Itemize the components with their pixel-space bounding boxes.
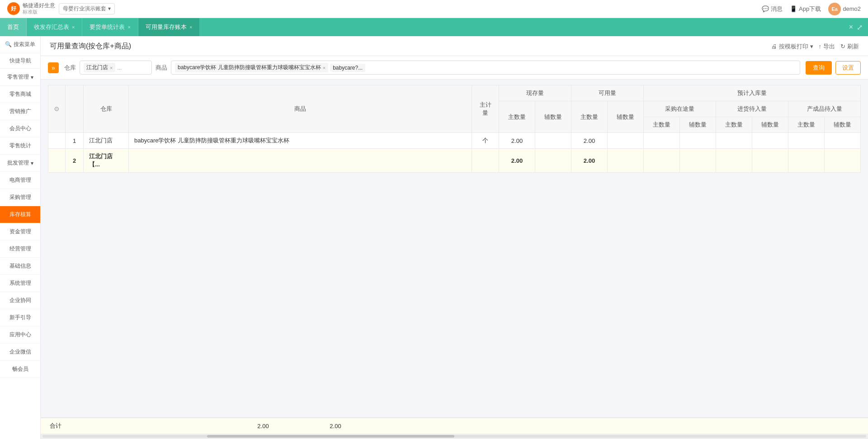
filter-bar: » 仓库 江北门店 × ... 商品 babycare学饮杯 儿童防摔防撞吸管杯… xyxy=(41,56,868,80)
th-no xyxy=(66,85,84,133)
sidebar-item-finance[interactable]: 资金管理 xyxy=(0,223,40,241)
row2-available-main: 2.00 xyxy=(571,149,608,173)
warehouse-ellipsis: ... xyxy=(117,65,122,71)
tab-receipt-summary[interactable]: 收发存汇总表 × xyxy=(27,18,82,36)
app-download-btn[interactable]: 📱 App下载 xyxy=(790,5,821,13)
th-available-main: 主数量 xyxy=(571,101,608,133)
data-table: ⚙ 仓库 商品 主计量 现存量 可用量 预计入库量 主数量 辅数量 主数量 xyxy=(48,85,861,173)
logo-sub: 标准版 xyxy=(23,9,55,15)
sidebar-item-app-center[interactable]: 应用中心 xyxy=(0,326,40,344)
tab-receipt-summary-label: 收发存汇总表 xyxy=(34,23,69,31)
settings-btn[interactable]: 设置 xyxy=(835,61,861,75)
tab-order-stats-close[interactable]: × xyxy=(127,24,130,30)
row1-warehouse: 江北门店 xyxy=(84,133,129,149)
sidebar-system-label: 系统管理 xyxy=(9,279,31,287)
tab-receipt-summary-close[interactable]: × xyxy=(72,24,75,30)
sidebar-basic-label: 基础信息 xyxy=(9,262,31,270)
message-btn[interactable]: 💬 消息 xyxy=(762,5,783,13)
sidebar-item-ecommerce[interactable]: 电商管理 xyxy=(0,172,40,189)
scroll-bar-track xyxy=(42,435,866,438)
sidebar-item-retail-mgmt[interactable]: 零售管理 ▾ xyxy=(0,69,40,86)
dropdown-icon: ▾ xyxy=(108,5,111,12)
refresh-btn[interactable]: ↻ 刷新 xyxy=(840,42,859,51)
close-tab-btn[interactable]: × xyxy=(849,23,853,31)
product-tag1-close[interactable]: × xyxy=(323,65,326,71)
sidebar-enterprise-coop-label: 企业协同 xyxy=(9,297,31,304)
sidebar-item-retail-stats[interactable]: 零售统计 xyxy=(0,137,40,155)
sidebar-item-system[interactable]: 系统管理 xyxy=(0,275,40,292)
sidebar-item-operation[interactable]: 经营管理 xyxy=(0,241,40,258)
warehouse-tag: 江北门店 × xyxy=(84,63,115,72)
sidebar-item-marketing[interactable]: 营销推广 xyxy=(0,103,40,120)
th-stock-group: 现存量 xyxy=(499,85,571,101)
logo-text-area: 畅捷通好生意 标准版 xyxy=(23,2,55,15)
sidebar-search-label: 搜索菜单 xyxy=(14,41,35,47)
row1-available-main: 2.00 xyxy=(571,133,608,149)
export-btn[interactable]: ↑ 导出 xyxy=(819,42,835,51)
avatar: Ea xyxy=(828,3,841,15)
warehouse-tag-close[interactable]: × xyxy=(110,65,113,71)
scroll-bar-area[interactable] xyxy=(41,434,868,439)
sidebar-item-retail-mall[interactable]: 零售商城 xyxy=(0,86,40,103)
row1-pending-aux xyxy=(752,133,788,149)
th-pending-group: 进货待入量 xyxy=(716,101,788,117)
gear-icon[interactable]: ⚙ xyxy=(54,105,60,113)
industry-selector[interactable]: 母婴行业演示账套 ▾ xyxy=(59,3,115,14)
tab-order-stats[interactable]: 要货单统计表 × xyxy=(82,18,138,36)
content-area: 可用量查询(按仓库+商品) 🖨 按模板打印 ▾ ↑ 导出 ↻ 刷新 xyxy=(41,36,868,439)
th-produce-aux: 辅数量 xyxy=(825,117,861,133)
sidebar-item-inventory[interactable]: 库存核算 xyxy=(0,206,40,223)
warehouse-filter-input[interactable]: 江北门店 × ... xyxy=(80,61,152,75)
product-tag1: babycare学饮杯 儿童防摔防撞吸管杯重力球吸嘴杯宝宝水杯 × xyxy=(175,63,328,72)
refresh-label: 刷新 xyxy=(847,42,859,51)
print-dropdown-icon: ▾ xyxy=(810,43,813,50)
tab-order-stats-label: 要货单统计表 xyxy=(90,23,125,31)
filter-group: 仓库 江北门店 × ... 商品 babycare学饮杯 儿童防摔防撞吸管杯重力… xyxy=(64,61,800,75)
logo-area: 好 畅捷通好生意 标准版 xyxy=(7,2,55,15)
message-icon: 💬 xyxy=(762,5,769,12)
avatar-text: Ea xyxy=(832,6,838,12)
sidebar-finance-label: 资金管理 xyxy=(9,228,31,236)
sidebar-item-enterprise-wechat[interactable]: 企业微信 xyxy=(0,344,40,361)
th-stock-aux: 辅数量 xyxy=(535,101,571,133)
maximize-btn[interactable]: ⤢ xyxy=(857,23,863,32)
tab-home[interactable]: 首页 xyxy=(0,18,27,36)
sidebar-item-new-guide[interactable]: 新手引导 xyxy=(0,309,40,326)
tab-bar-right: × ⤢ xyxy=(844,18,868,36)
product-filter-input[interactable]: babycare学饮杯 儿童防摔防撞吸管杯重力球吸嘴杯宝宝水杯 × babyca… xyxy=(171,61,800,75)
sidebar-purchase-label: 采购管理 xyxy=(9,194,31,201)
top-bar: 好 畅捷通好生意 标准版 母婴行业演示账套 ▾ 💬 消息 📱 App下载 Ea … xyxy=(0,0,868,18)
sidebar-item-vip[interactable]: 畅会员 xyxy=(0,361,40,378)
row1-stock-main: 2.00 xyxy=(499,133,535,149)
sidebar-item-purchase[interactable]: 采购管理 xyxy=(0,189,40,206)
sidebar-item-member[interactable]: 会员中心 xyxy=(0,120,40,137)
row2-produce-main xyxy=(788,149,825,173)
th-available-group: 可用量 xyxy=(571,85,644,101)
row1-unit: 个 xyxy=(472,133,499,149)
export-label: 导出 xyxy=(823,42,835,51)
row2-pending-aux xyxy=(752,149,788,173)
sidebar-marketing-label: 营销推广 xyxy=(9,108,31,115)
user-area[interactable]: Ea demo2 xyxy=(828,3,861,15)
sidebar-item-enterprise-coop[interactable]: 企业协同 xyxy=(0,292,40,309)
row1-produce-main xyxy=(788,133,825,149)
product-tag2-value: babycare?... xyxy=(333,65,363,71)
sidebar-quick-nav[interactable]: 快捷导航 xyxy=(0,53,40,69)
sidebar-ecommerce-label: 电商管理 xyxy=(9,176,31,184)
sidebar-item-wholesale[interactable]: 批发管理 ▾ xyxy=(0,155,40,172)
row1-available-aux xyxy=(608,133,644,149)
chevron-down-icon: ▾ xyxy=(31,74,33,80)
sidebar-search[interactable]: 🔍 搜索菜单 xyxy=(0,36,40,53)
sidebar-item-basic[interactable]: 基础信息 xyxy=(0,258,40,275)
th-pending-aux: 辅数量 xyxy=(752,117,788,133)
query-btn[interactable]: 查询 xyxy=(806,61,832,75)
row2-pending-main xyxy=(716,149,752,173)
row1-gear xyxy=(48,133,66,149)
print-btn[interactable]: 🖨 按模板打印 ▾ xyxy=(771,42,813,51)
filter-toggle-btn[interactable]: » xyxy=(48,62,59,73)
tab-available-stock[interactable]: 可用量库存账本 × xyxy=(138,18,200,36)
sidebar-member-label: 会员中心 xyxy=(9,125,31,132)
tab-available-stock-close[interactable]: × xyxy=(189,24,192,30)
table-row: 1 江北门店 babycare学饮杯 儿童防摔防撞吸管杯重力球吸嘴杯宝宝水杯 个… xyxy=(48,133,861,149)
row2-stock-main: 2.00 xyxy=(499,149,535,173)
